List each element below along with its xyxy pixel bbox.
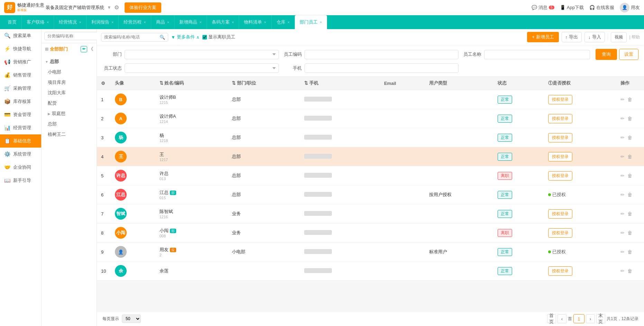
table-row[interactable]: 1 B 设计师B 1215 总部 正常 授权登录 ✏ 🗑 — [97, 90, 644, 109]
table-row[interactable]: 8 小闯 小闯部 008 业务 离职 授权登录 ✏ 🗑 — [97, 223, 644, 243]
filter-phone-input[interactable] — [305, 63, 459, 73]
user-item[interactable]: 👤 用友 — [620, 3, 640, 12]
close-icon[interactable]: × — [111, 20, 114, 24]
dept-node-shenyang[interactable]: 沈阳大库 — [42, 88, 97, 98]
edit-icon[interactable]: ✏ — [620, 211, 625, 217]
dept-search-input[interactable] — [44, 32, 102, 40]
sidebar-item-快捷导航[interactable]: ⚡快捷导航 — [0, 42, 41, 55]
delete-icon[interactable]: 🗑 — [627, 173, 632, 178]
edit-icon[interactable]: ✏ — [620, 173, 625, 178]
sidebar-item-新手引导[interactable]: 📖新手引导 — [0, 174, 41, 187]
dept-collapse-icon[interactable]: 《 — [89, 46, 93, 52]
close-icon[interactable]: × — [288, 20, 290, 24]
import-button[interactable]: ↓ 导入 — [584, 32, 605, 42]
nav-tab-部门员工[interactable]: 部门员工 × — [295, 15, 327, 29]
delete-icon[interactable]: 🗑 — [627, 154, 632, 159]
edit-icon[interactable]: ✏ — [620, 249, 625, 255]
table-row[interactable]: 4 王 王 1217 总部 正常 授权登录 ✏ 🗑 — [97, 147, 644, 166]
dept-node-xiangmu[interactable]: 项目库房 — [42, 77, 97, 88]
edit-icon[interactable]: ✏ — [620, 135, 625, 140]
sidebar-item-资金管理[interactable]: 💳资金管理 — [0, 108, 41, 121]
delete-icon[interactable]: 🗑 — [627, 211, 632, 217]
table-row[interactable]: 2 A 设计师A 1214 总部 正常 授权登录 ✏ 🗑 — [97, 109, 644, 128]
edit-icon[interactable]: ✏ — [620, 154, 625, 159]
online-service-item[interactable]: 🎧 在线客服 — [589, 5, 614, 11]
table-row[interactable]: 3 杨 杨 1218 总部 正常 授权登录 ✏ 🗑 — [97, 128, 644, 147]
dept-edit-icon[interactable]: ✏ — [81, 46, 87, 52]
delete-icon[interactable]: 🗑 — [627, 116, 632, 121]
close-icon[interactable]: × — [47, 20, 49, 24]
dept-node-zongbu[interactable]: 总部 — [42, 119, 97, 129]
sidebar-item-采购管理[interactable]: 🛒采购管理 — [0, 82, 41, 95]
last-page-btn[interactable]: 末 页 — [596, 314, 605, 323]
edit-icon[interactable]: ✏ — [620, 230, 625, 236]
settings-icon[interactable]: ⚙ — [114, 4, 119, 11]
reset-button[interactable]: 设置 — [619, 49, 638, 60]
delete-icon[interactable]: 🗑 — [627, 230, 632, 236]
nav-tab-商品[interactable]: 商品 × — [151, 15, 174, 29]
page-input[interactable] — [573, 314, 584, 323]
nav-tab-物料清单[interactable]: 物料清单 × — [239, 15, 271, 29]
auth-button[interactable]: 授权登录 — [548, 171, 572, 180]
nav-tab-首页[interactable]: 首页 — [3, 15, 22, 29]
more-filter-btn[interactable]: ▼ 更多条件 ∧ — [171, 34, 200, 40]
search-icon[interactable]: 🔍 — [160, 35, 165, 40]
filter-status-select[interactable] — [125, 63, 279, 73]
table-row[interactable]: 6 江总 江总部 015 总部 按用户授权 正常 已授权 ✏ 🗑 — [97, 185, 644, 204]
auth-button[interactable]: 授权登录 — [548, 209, 572, 219]
nav-tab-仓库[interactable]: 仓库 × — [272, 15, 295, 29]
next-page-btn[interactable]: › — [586, 314, 595, 323]
table-row[interactable]: 7 智斌 陈智斌 1216 业务 正常 授权登录 ✏ 🗑 — [97, 204, 644, 223]
auth-button[interactable]: 授权登录 — [548, 95, 572, 104]
delete-icon[interactable]: 🗑 — [627, 268, 632, 274]
table-row[interactable]: 9 👤 用友应 2 小电部 标准用户 正常 已授权 ✏ 🗑 — [97, 243, 644, 262]
sidebar-item-基础信息[interactable]: 📋基础信息 — [0, 134, 41, 148]
trial-button[interactable]: 体验行业方案 — [125, 2, 161, 13]
sidebar-item-搜索菜单[interactable]: 🔍搜索菜单 — [0, 29, 41, 42]
close-icon[interactable]: × — [264, 20, 266, 24]
video-button[interactable]: 视频 — [611, 32, 627, 42]
sidebar-item-营销推广[interactable]: 📢营销推广 — [0, 55, 41, 69]
app-download-item[interactable]: 📱 App下载 — [560, 5, 584, 11]
table-row[interactable]: 5 许总 许总 013 总部 离职 授权登录 ✏ 🗑 — [97, 166, 644, 185]
table-row[interactable]: 10 余 余莲 正常 授权登录 ✏ 🗑 — [97, 262, 644, 281]
nav-tab-客户联络[interactable]: 客户联络 × — [22, 15, 54, 29]
col-settings[interactable]: ⚙ — [97, 77, 111, 90]
auth-button[interactable]: 授权登录 — [548, 266, 572, 276]
auth-button[interactable]: 授权登录 — [548, 152, 572, 161]
sidebar-item-库存核算[interactable]: 📦库存核算 — [0, 95, 41, 108]
filter-dept-select[interactable] — [125, 50, 279, 59]
sidebar-item-企业协同[interactable]: 🤝企业协同 — [0, 161, 41, 174]
close-icon[interactable]: × — [144, 20, 146, 24]
edit-icon[interactable]: ✏ — [620, 192, 625, 197]
col-dept[interactable]: ⇅ 部门/职位 — [228, 77, 300, 90]
close-icon[interactable]: × — [199, 20, 201, 24]
dept-node-root[interactable]: ▼ 总部 — [42, 56, 97, 67]
delete-icon[interactable]: 🗑 — [627, 249, 632, 255]
nav-tab-经营历程[interactable]: 经营历程 × — [119, 15, 151, 29]
message-item[interactable]: 💬 消息 5 — [532, 5, 554, 11]
prev-page-btn[interactable]: ‹ — [557, 314, 566, 323]
export-button[interactable]: ↑ 导出 — [562, 32, 582, 42]
dept-node-shuangling[interactable]: ▶ 双庭想 — [42, 108, 97, 119]
col-name[interactable]: ⇅ 姓名/编码 — [155, 77, 228, 90]
auth-button[interactable]: 授权登录 — [548, 114, 572, 123]
filter-empname-input[interactable] — [484, 50, 590, 59]
close-icon[interactable]: × — [320, 20, 322, 24]
filter-empcode-input[interactable] — [305, 50, 459, 59]
dept-node-xiaodian[interactable]: 小电部 — [42, 67, 97, 77]
close-icon[interactable]: × — [232, 20, 234, 24]
edit-icon[interactable]: ✏ — [620, 97, 625, 102]
sidebar-item-系统管理[interactable]: ⚙️系统管理 — [0, 148, 41, 161]
sidebar-item-销售管理[interactable]: 💰销售管理 — [0, 69, 41, 82]
auth-button[interactable]: 授权登录 — [548, 133, 572, 142]
nav-tab-利润报告[interactable]: 利润报告 × — [87, 15, 119, 29]
dept-node-zhishu[interactable]: 植树王二 — [42, 129, 97, 140]
dept-node-peihuo[interactable]: 配货 — [42, 98, 97, 108]
delete-icon[interactable]: 🗑 — [627, 135, 632, 140]
close-icon[interactable]: × — [167, 20, 169, 24]
edit-icon[interactable]: ✏ — [620, 116, 625, 121]
query-button[interactable]: 查询 — [596, 49, 617, 60]
edit-icon[interactable]: ✏ — [620, 268, 625, 274]
page-size-select[interactable]: 50 100 200 — [122, 315, 141, 323]
